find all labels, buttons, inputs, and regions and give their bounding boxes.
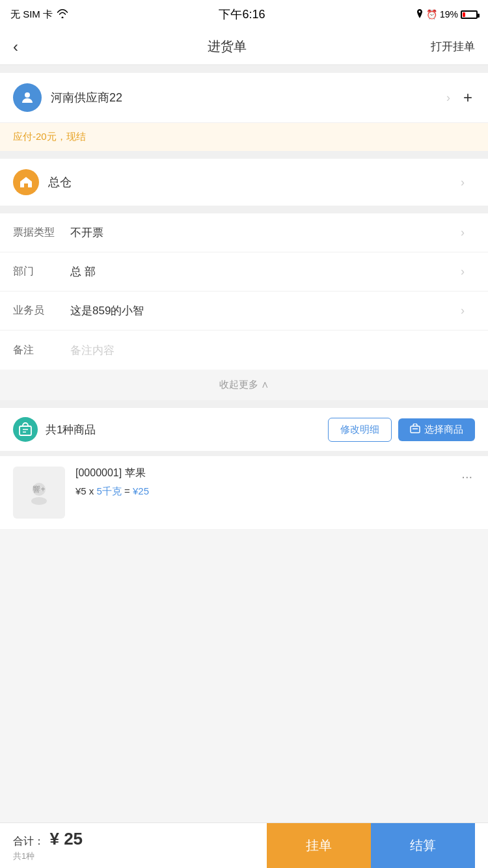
product-title: 苹果 <box>125 467 146 478</box>
quantity: 5千克 <box>97 485 122 496</box>
product-price: ¥5 x 5千克 = ¥25 <box>75 485 459 498</box>
back-button[interactable]: ‹ <box>8 33 23 61</box>
total-price: ¥25 <box>133 485 149 496</box>
warehouse-icon <box>13 169 39 195</box>
section-gap-1 <box>0 65 488 73</box>
note-label: 备注 <box>13 344 65 357</box>
warehouse-section: 总仓 › <box>0 159 488 206</box>
section-gap-4 <box>0 400 488 408</box>
supplier-arrow-icon: › <box>446 91 450 105</box>
products-header: 共1种商品 修改明细 选择商品 <box>0 408 488 451</box>
open-hang-button[interactable]: 打开挂单 <box>431 39 475 54</box>
invoice-row[interactable]: 票据类型 不开票 › <box>0 213 488 252</box>
supplier-row[interactable]: 河南供应商22 › + <box>0 73 488 123</box>
battery-icon <box>461 10 478 19</box>
status-right: ⏰ 19% <box>416 9 478 20</box>
select-product-icon <box>410 424 420 436</box>
form-section: 票据类型 不开票 › 部门 总 部 › 业务员 这是859的小智 › 备注 备注… <box>0 213 488 370</box>
product-info: [0000001] 苹果 ¥5 x 5千克 = ¥25 <box>75 467 459 498</box>
dept-arrow-icon: › <box>461 265 465 278</box>
status-left: 无 SIM 卡 <box>10 8 68 21</box>
invoice-arrow-icon: › <box>461 226 465 239</box>
note-row[interactable]: 备注 备注内容 <box>0 331 488 370</box>
battery-label: 19% <box>440 9 458 20</box>
supplier-avatar <box>13 83 42 112</box>
wifi-icon <box>57 9 68 20</box>
total-sub: 共1种 <box>13 850 267 862</box>
warehouse-name: 总仓 <box>48 174 461 190</box>
carrier-label: 无 SIM 卡 <box>10 8 53 21</box>
supplier-name: 河南供应商22 <box>51 90 446 105</box>
svg-rect-1 <box>20 426 31 435</box>
supplier-section: 河南供应商22 › + 应付-20元，现结 <box>0 73 488 151</box>
warehouse-row[interactable]: 总仓 › <box>0 159 488 206</box>
footer: 合计： ¥ 25 共1种 挂单 结算 <box>0 822 488 868</box>
products-icon <box>13 417 38 442</box>
total-label: 合计： <box>13 835 44 847</box>
svg-point-7 <box>31 497 47 505</box>
products-count: 共1种商品 <box>46 422 328 437</box>
warehouse-arrow-icon: › <box>461 176 465 189</box>
dept-label: 部门 <box>13 265 65 278</box>
salesman-arrow-icon: › <box>461 304 465 318</box>
section-gap-3 <box>0 206 488 213</box>
product-code: [0000001] <box>75 467 125 478</box>
add-supplier-button[interactable]: + <box>461 86 475 109</box>
footer-total: 合计： ¥ 25 共1种 <box>13 829 267 862</box>
product-item: 響+ [0000001] 苹果 ¥5 x 5千克 = ¥25 ··· <box>0 451 488 529</box>
status-bar: 无 SIM 卡 下午6:16 ⏰ 19% <box>0 0 488 29</box>
svg-point-0 <box>25 92 30 98</box>
salesman-label: 业务员 <box>13 304 65 318</box>
edit-detail-button[interactable]: 修改明细 <box>328 418 392 442</box>
product-name: [0000001] 苹果 <box>75 467 459 480</box>
footer-spacer <box>0 529 488 581</box>
product-thumbnail: 響+ <box>13 467 65 519</box>
nav-bar: ‹ 进货单 打开挂单 <box>0 29 488 65</box>
section-gap-2 <box>0 151 488 159</box>
dept-value: 总 部 <box>65 264 461 279</box>
collapse-button[interactable]: 收起更多 ∧ <box>0 370 488 400</box>
svg-rect-4 <box>411 426 420 433</box>
invoice-value: 不开票 <box>65 225 461 240</box>
total-amount: ¥ 25 <box>49 829 83 848</box>
hang-button[interactable]: 挂单 <box>267 823 371 869</box>
salesman-value: 这是859的小智 <box>65 303 461 318</box>
unit-price: ¥5 x <box>75 485 97 496</box>
equals: = <box>122 485 133 496</box>
page-title: 进货单 <box>23 38 431 55</box>
location-icon <box>416 9 424 20</box>
status-time: 下午6:16 <box>219 7 265 22</box>
supplier-info-banner: 应付-20元，现结 <box>0 123 488 151</box>
dept-row[interactable]: 部门 总 部 › <box>0 252 488 292</box>
svg-text:響+: 響+ <box>33 485 45 494</box>
checkout-button[interactable]: 结算 <box>371 823 475 869</box>
alarm-icon: ⏰ <box>426 9 437 20</box>
invoice-label: 票据类型 <box>13 226 65 239</box>
note-placeholder: 备注内容 <box>65 343 475 358</box>
product-more-button[interactable]: ··· <box>459 467 475 487</box>
salesman-row[interactable]: 业务员 这是859的小智 › <box>0 292 488 331</box>
select-product-button[interactable]: 选择商品 <box>398 418 475 441</box>
select-product-label: 选择商品 <box>424 424 463 436</box>
